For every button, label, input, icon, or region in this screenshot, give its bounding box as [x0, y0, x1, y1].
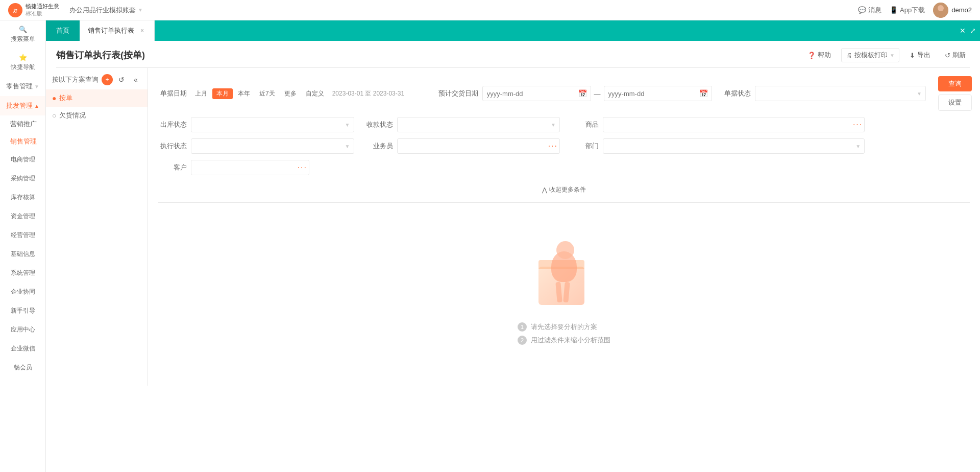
- date-tab-custom[interactable]: 自定义: [302, 88, 328, 99]
- logo-icon: 好: [8, 3, 22, 17]
- sidebar-item-wechat[interactable]: 企业微信: [0, 339, 45, 358]
- sidebar-item-inventory[interactable]: 库存核算: [0, 188, 45, 207]
- header-left: 好 畅捷通好生意 标准版 办公用品行业模拟账套 ▼: [8, 3, 143, 17]
- customer-group: 客户 ···: [156, 160, 309, 175]
- goods-dots-button[interactable]: ···: [853, 120, 863, 129]
- goods-group: 商品 ···: [568, 117, 865, 132]
- expected-date-end[interactable]: [604, 86, 713, 101]
- date-tab-thismonth[interactable]: 本月: [212, 88, 233, 99]
- sidebar-item-purchasing[interactable]: 采购管理: [0, 169, 45, 188]
- query-button[interactable]: 查询: [938, 76, 972, 91]
- salesman-dots-button[interactable]: ···: [548, 141, 558, 151]
- expected-date-end-wrapper: 📅: [604, 86, 713, 101]
- tab-bar: 首页 销售订单执行表 × ✕ ⤢: [46, 20, 980, 41]
- status-select-wrapper: ▼: [755, 86, 926, 101]
- tab-home[interactable]: 首页: [46, 20, 80, 41]
- delivery-select[interactable]: [191, 117, 354, 132]
- date-tab-thisyear[interactable]: 本年: [234, 88, 254, 99]
- goods-input-wrapper: ···: [603, 117, 865, 132]
- refresh-scheme-button[interactable]: ↺: [116, 74, 127, 85]
- sidebar-item-member[interactable]: 畅会员: [0, 358, 45, 377]
- header-right: 💬 消息 📱 App下载 demo2: [858, 3, 972, 18]
- dept-select-wrapper: ▼: [603, 138, 865, 154]
- expected-date-group: 预计交货日期 📅 — 📅: [438, 86, 713, 101]
- message-button[interactable]: 💬 消息: [858, 6, 881, 15]
- expected-date-label: 预计交货日期: [438, 89, 478, 98]
- expected-date-start[interactable]: [482, 86, 591, 101]
- filter-row-1: 单据日期 上月 本月 本年 近7天 更多 自定义 2023-03-01 至 20…: [156, 76, 972, 111]
- exec-select-wrapper: ▼: [191, 138, 354, 154]
- help-button[interactable]: ❓ 帮助: [803, 49, 835, 62]
- window-close-button[interactable]: ✕: [960, 27, 966, 35]
- date-separator: —: [594, 90, 601, 98]
- sidebar-item-system[interactable]: 系统管理: [0, 264, 45, 282]
- settings-button[interactable]: 设置: [938, 95, 972, 111]
- export-icon: ⬇: [910, 52, 915, 59]
- empty-illustration: [523, 244, 605, 310]
- filter-row-2: 出库状态 ▼ 收款状态 ▼: [156, 117, 972, 132]
- sidebar-item-marketing[interactable]: 营销推广: [0, 115, 45, 133]
- status-select[interactable]: [755, 86, 926, 101]
- empty-hint-1: 1 请先选择要分析的方案: [518, 322, 610, 332]
- date-tab-lastmonth[interactable]: 上月: [191, 88, 211, 99]
- print-button[interactable]: 🖨 按模板打印 ▼: [841, 48, 899, 62]
- dept-group: 部门 ▼: [568, 138, 865, 154]
- refresh-icon: ↺: [945, 52, 950, 59]
- sidebar-item-operations[interactable]: 经营管理: [0, 226, 45, 245]
- refresh-button[interactable]: ↺ 刷新: [941, 49, 970, 62]
- goods-label: 商品: [568, 120, 599, 129]
- main-filter-area: 按以下方案查询 + ↺ «: [46, 68, 980, 386]
- top-header: 好 畅捷通好生意 标准版 办公用品行业模拟账套 ▼ 💬 消息 📱 App下载: [0, 0, 980, 20]
- collapse-panel-button[interactable]: «: [130, 74, 141, 85]
- export-button[interactable]: ⬇ 导出: [905, 49, 935, 62]
- exec-select[interactable]: [191, 138, 354, 154]
- user-profile[interactable]: demo2: [933, 3, 972, 18]
- sidebar-item-wholesale[interactable]: 批发管理 ▲: [0, 96, 45, 115]
- filter-row-3: 执行状态 ▼ 业务员 ···: [156, 138, 972, 154]
- window-maximize-button[interactable]: ⤢: [970, 27, 976, 35]
- collapse-more-button[interactable]: ⋀ 收起更多条件: [156, 181, 972, 198]
- page-title: 销售订单执行表(按单): [56, 49, 145, 61]
- sidebar-item-finance[interactable]: 资金管理: [0, 207, 45, 226]
- menu-item-by-order[interactable]: ● 按单: [46, 89, 148, 107]
- sidebar-item-ecommerce[interactable]: 电商管理: [0, 150, 45, 169]
- salesman-input-wrapper: ···: [397, 138, 560, 154]
- logo-area[interactable]: 好 畅捷通好生意 标准版: [8, 3, 59, 17]
- char-head: [556, 241, 574, 259]
- filter-row-4: 客户 ···: [156, 160, 972, 175]
- menu-item-shortage[interactable]: ○ 欠货情况: [46, 107, 148, 124]
- date-label: 单据日期: [156, 89, 187, 98]
- action-buttons-group: 查询 设置: [938, 76, 972, 111]
- date-tab-more[interactable]: 更多: [280, 88, 301, 99]
- empty-hints: 1 请先选择要分析的方案 2 用过滤条件来缩小分析范围: [518, 322, 610, 345]
- dept-select[interactable]: [603, 138, 865, 154]
- shortcuts-icon: ⭐: [19, 54, 27, 61]
- sidebar-item-search[interactable]: 🔍 搜索菜单: [0, 20, 45, 49]
- tab-close-button[interactable]: ×: [138, 26, 146, 35]
- left-panel-header: 按以下方案查询 + ↺ «: [46, 74, 148, 89]
- sidebar-item-sales[interactable]: 销售管理: [0, 133, 45, 150]
- date-filter-group: 单据日期 上月 本月 本年 近7天 更多 自定义 2023-03-01 至 20…: [156, 88, 430, 99]
- payment-select[interactable]: [397, 117, 560, 132]
- customer-dots-button[interactable]: ···: [298, 163, 307, 172]
- goods-input[interactable]: [603, 117, 865, 132]
- date-tab-7days[interactable]: 近7天: [255, 88, 279, 99]
- help-icon: ❓: [807, 52, 816, 59]
- sidebar-item-app-center[interactable]: 应用中心: [0, 320, 45, 339]
- sidebar-item-basic-info[interactable]: 基础信息: [0, 245, 45, 264]
- delivery-status-group: 出库状态 ▼: [156, 117, 354, 132]
- sidebar-item-shortcuts[interactable]: ⭐ 快捷导航: [0, 49, 45, 77]
- app-download-button[interactable]: 📱 App下载: [890, 6, 925, 15]
- salesman-input[interactable]: [397, 138, 560, 154]
- menu-item-icon-2: ○: [52, 111, 56, 120]
- add-scheme-button[interactable]: +: [102, 74, 113, 85]
- main-layout: 🔍 搜索菜单 ⭐ 快捷导航 零售管理 ▼ 批发管理 ▲ 营销推广 销售管理 电商…: [0, 20, 980, 472]
- print-arrow-icon: ▼: [890, 53, 895, 58]
- sidebar-item-retail[interactable]: 零售管理 ▼: [0, 77, 45, 96]
- breadcrumb[interactable]: 办公用品行业模拟账套 ▼: [69, 6, 143, 15]
- sidebar-item-guide[interactable]: 新手引导: [0, 301, 45, 320]
- customer-input[interactable]: [191, 160, 309, 175]
- page-header: 销售订单执行表(按单) ❓ 帮助 🖨 按模板打印 ▼ ⬇ 导出: [46, 41, 980, 67]
- tab-active-sales[interactable]: 销售订单执行表 ×: [80, 20, 155, 41]
- sidebar-item-enterprise[interactable]: 企业协同: [0, 282, 45, 301]
